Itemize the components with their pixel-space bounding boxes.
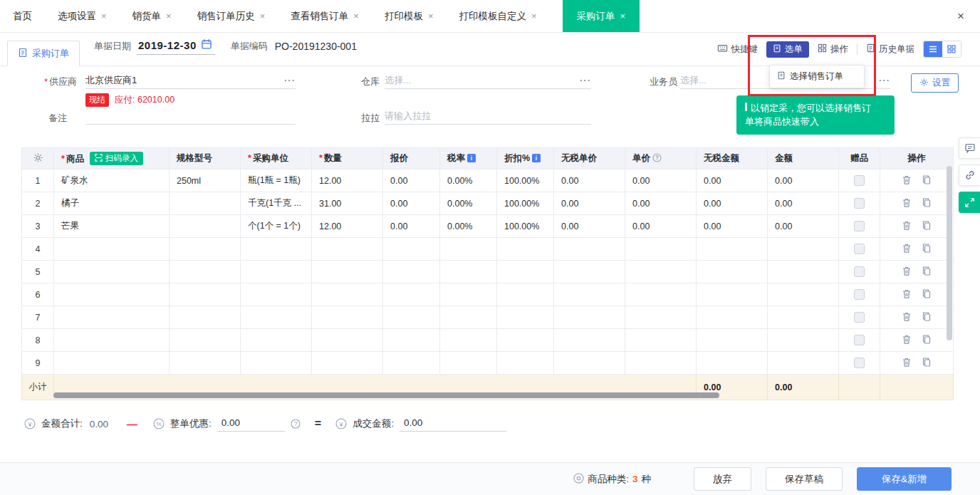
price-cell[interactable]: 0.00 bbox=[625, 215, 697, 238]
date-field[interactable]: 2019-12-30 bbox=[137, 37, 215, 55]
price-cell[interactable] bbox=[625, 283, 697, 306]
delete-row-icon[interactable] bbox=[902, 311, 912, 324]
unit-cell[interactable]: 个(1个 = 1个) bbox=[241, 215, 312, 238]
delete-row-icon[interactable] bbox=[902, 288, 912, 301]
pick-order-button[interactable]: 选单 bbox=[766, 41, 809, 58]
notax-price-cell[interactable] bbox=[554, 238, 625, 261]
discount-edit-icon[interactable]: i bbox=[532, 154, 541, 165]
unit-cell[interactable] bbox=[241, 306, 312, 329]
select-sales-order-item[interactable]: 选择销售订单 bbox=[770, 66, 864, 88]
close-all-icon[interactable]: × bbox=[942, 9, 980, 24]
notax-price-cell[interactable]: 0.00 bbox=[554, 215, 625, 238]
discount-cell[interactable] bbox=[497, 261, 554, 283]
deal-amount-field[interactable]: 0.00 bbox=[400, 416, 506, 432]
notax-amount-cell[interactable]: 0.00 bbox=[697, 192, 768, 215]
copy-row-icon[interactable] bbox=[922, 266, 932, 278]
spec-cell[interactable] bbox=[170, 306, 241, 329]
copy-row-icon[interactable] bbox=[922, 288, 932, 301]
copy-row-icon[interactable] bbox=[922, 357, 932, 370]
discount-cell[interactable] bbox=[497, 352, 554, 375]
notax-price-cell[interactable] bbox=[554, 261, 625, 283]
amount-cell[interactable] bbox=[768, 283, 839, 306]
qty-cell[interactable] bbox=[312, 261, 383, 283]
price-cell[interactable]: 0.00 bbox=[625, 170, 697, 192]
quote-cell[interactable]: 0.00 bbox=[383, 170, 440, 192]
spec-cell[interactable] bbox=[170, 283, 241, 306]
amount-cell[interactable] bbox=[768, 306, 839, 329]
price-cell[interactable] bbox=[625, 261, 697, 283]
lala-field[interactable]: 请输入拉拉 bbox=[385, 108, 591, 125]
tab-close-icon[interactable]: × bbox=[166, 11, 172, 21]
qty-cell[interactable]: 31.00 bbox=[312, 192, 383, 215]
product-cell[interactable]: 橘子 bbox=[54, 192, 170, 215]
gift-checkbox[interactable] bbox=[854, 175, 865, 186]
qty-cell[interactable]: 12.00 bbox=[312, 170, 383, 192]
feedback-form-icon[interactable] bbox=[959, 137, 980, 159]
operation-button[interactable]: 操作 bbox=[818, 43, 848, 56]
copy-row-icon[interactable] bbox=[922, 174, 932, 187]
copy-row-icon[interactable] bbox=[922, 311, 932, 324]
tax-rate-cell[interactable] bbox=[440, 261, 497, 283]
expand-icon[interactable] bbox=[959, 192, 980, 213]
tab-purchase-order[interactable]: 采购订单 bbox=[7, 41, 80, 66]
gift-checkbox[interactable] bbox=[854, 312, 865, 323]
notax-price-cell[interactable] bbox=[554, 283, 625, 306]
notax-price-cell[interactable] bbox=[554, 329, 625, 352]
price-cell[interactable] bbox=[625, 352, 697, 375]
notax-amount-cell[interactable] bbox=[697, 238, 768, 261]
notax-price-cell[interactable]: 0.00 bbox=[554, 170, 625, 192]
gift-checkbox[interactable] bbox=[854, 221, 865, 231]
price-cell[interactable]: 0.00 bbox=[625, 192, 697, 215]
quote-cell[interactable] bbox=[383, 283, 440, 306]
discount-cell[interactable]: 100.00% bbox=[497, 192, 554, 215]
quote-cell[interactable]: 0.00 bbox=[383, 192, 440, 215]
tab-close-icon[interactable]: × bbox=[353, 11, 359, 21]
quote-cell[interactable] bbox=[383, 261, 440, 283]
tab-close-icon[interactable]: × bbox=[260, 11, 266, 21]
horizontal-scrollbar[interactable] bbox=[53, 392, 719, 398]
gift-checkbox[interactable] bbox=[854, 335, 865, 345]
discount-cell[interactable] bbox=[497, 283, 554, 306]
calendar-icon[interactable] bbox=[201, 38, 212, 52]
unit-cell[interactable] bbox=[241, 238, 312, 261]
copy-row-icon[interactable] bbox=[922, 220, 932, 233]
abandon-button[interactable]: 放弃 bbox=[694, 467, 751, 491]
history-docs-button[interactable]: 历史单据 bbox=[866, 43, 914, 56]
question-icon[interactable]: ? bbox=[291, 419, 301, 429]
gear-icon[interactable] bbox=[33, 155, 43, 165]
notax-amount-cell[interactable] bbox=[697, 352, 768, 375]
price-cell[interactable] bbox=[625, 306, 697, 329]
unit-cell[interactable] bbox=[241, 329, 312, 352]
unit-cell[interactable]: 瓶(1瓶 = 1瓶) bbox=[241, 170, 312, 192]
gift-checkbox[interactable] bbox=[854, 198, 865, 209]
qty-cell[interactable] bbox=[312, 329, 383, 352]
notax-price-cell[interactable] bbox=[554, 352, 625, 375]
gift-checkbox[interactable] bbox=[854, 358, 865, 368]
spec-cell[interactable] bbox=[170, 261, 241, 283]
shortcut-keys-button[interactable]: 快捷键 bbox=[717, 43, 759, 56]
qty-cell[interactable] bbox=[312, 238, 383, 261]
tax-rate-cell[interactable] bbox=[440, 329, 497, 352]
amount-cell[interactable] bbox=[768, 352, 839, 375]
tax-rate-cell[interactable] bbox=[440, 238, 497, 261]
product-cell[interactable] bbox=[54, 306, 170, 329]
price-cell[interactable] bbox=[625, 329, 697, 352]
qty-cell[interactable] bbox=[312, 283, 383, 306]
delete-row-icon[interactable] bbox=[902, 243, 912, 256]
gift-checkbox[interactable] bbox=[854, 244, 865, 254]
tab-close-icon[interactable]: × bbox=[531, 11, 537, 21]
gift-checkbox[interactable] bbox=[854, 289, 865, 300]
spec-cell[interactable] bbox=[170, 238, 241, 261]
tax-rate-cell[interactable] bbox=[440, 306, 497, 329]
supplier-more-icon[interactable]: ··· bbox=[284, 75, 296, 85]
tax-rate-cell[interactable]: 0.00% bbox=[440, 192, 497, 215]
tax-edit-icon[interactable]: i bbox=[467, 154, 476, 165]
notax-amount-cell[interactable]: 0.00 bbox=[697, 170, 768, 192]
window-tab[interactable]: 销货单× bbox=[132, 0, 172, 32]
scan-entry-button[interactable]: 扫码录入 bbox=[90, 152, 143, 165]
product-cell[interactable] bbox=[54, 238, 170, 261]
product-cell[interactable] bbox=[54, 329, 170, 352]
price-help-icon[interactable]: ? bbox=[652, 153, 662, 165]
quote-cell[interactable] bbox=[383, 352, 440, 375]
delete-row-icon[interactable] bbox=[902, 357, 912, 370]
